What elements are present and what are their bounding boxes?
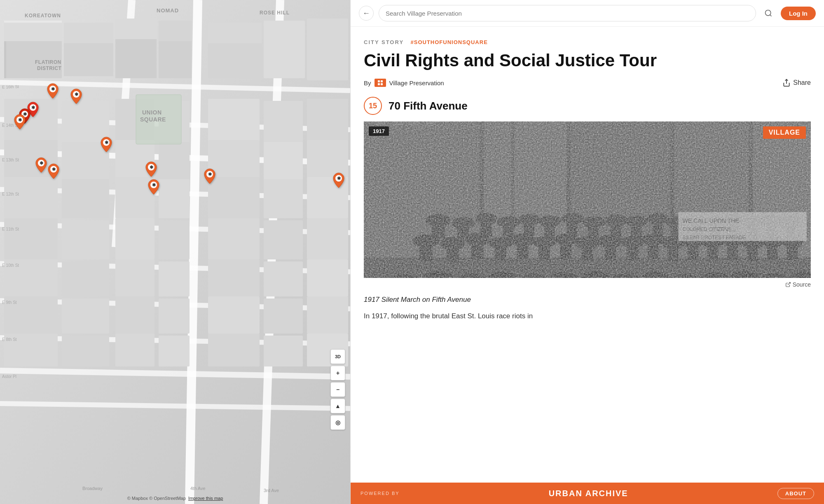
source-link[interactable]: Source: [785, 281, 811, 288]
svg-text:✱: ✱: [40, 161, 44, 166]
svg-rect-17: [115, 99, 154, 148]
svg-rect-7: [264, 21, 305, 78]
improve-map-link[interactable]: Improve this map: [188, 496, 223, 501]
svg-rect-49: [307, 259, 348, 296]
right-panel: ← Log In CITY STORY #SOUTHOFUNIONSQUARE …: [350, 0, 824, 504]
svg-rect-52: [115, 296, 154, 334]
svg-text:✱: ✱: [31, 105, 35, 110]
svg-text:✱: ✱: [337, 176, 341, 181]
svg-rect-30: [62, 179, 109, 218]
svg-rect-47: [208, 259, 260, 296]
svg-text:3rd Ave: 3rd Ave: [264, 488, 279, 493]
svg-rect-42: [307, 218, 348, 259]
svg-rect-14: [208, 43, 262, 78]
svg-text:E 8th St: E 8th St: [2, 337, 17, 342]
svg-text:UNION: UNION: [142, 109, 162, 116]
map-panel[interactable]: KOREATOWN NOMAD ROSE HILL FLATIRON DISTR…: [0, 0, 350, 504]
svg-rect-51: [62, 299, 109, 334]
svg-text:SQUARE: SQUARE: [140, 116, 166, 123]
svg-rect-5: [159, 21, 192, 78]
share-button[interactable]: Share: [782, 79, 811, 87]
svg-text:Astor Pl: Astor Pl: [2, 374, 16, 379]
svg-rect-57: [4, 334, 58, 366]
svg-rect-64: [136, 95, 181, 144]
footer-bar: POWERED BY URBAN ARCHIVE ABOUT: [351, 483, 824, 504]
svg-rect-0: [0, 0, 350, 504]
map-pin-3[interactable]: ✱: [13, 114, 26, 132]
search-input[interactable]: [379, 5, 756, 21]
login-button[interactable]: Log In: [781, 7, 816, 20]
svg-rect-65: [136, 95, 181, 144]
svg-rect-4: [115, 19, 157, 78]
map-pin-8[interactable]: ✱: [100, 136, 113, 154]
map-pin-6[interactable]: ✱: [35, 157, 48, 175]
svg-rect-34: [264, 179, 303, 218]
photo-caption: 1917 Silent March on Fifth Avenue: [364, 296, 811, 304]
about-button[interactable]: ABOUT: [777, 488, 814, 499]
svg-rect-43: [4, 259, 58, 296]
photo-container: WE CALL UPON THE COLORED CITIZENS... SIL…: [364, 121, 811, 278]
svg-rect-20: [264, 101, 303, 148]
powered-by-label: POWERED BY: [360, 491, 400, 496]
svg-text:✱: ✱: [18, 117, 22, 122]
svg-rect-45: [115, 259, 154, 296]
svg-text:✱: ✱: [152, 182, 156, 187]
svg-rect-37: [62, 220, 109, 259]
svg-rect-10: [4, 41, 6, 78]
map-pin-4[interactable]: ✱: [46, 83, 59, 101]
back-button[interactable]: ←: [359, 6, 374, 21]
svg-text:E 13th St: E 13th St: [2, 158, 19, 162]
svg-rect-46: [159, 261, 190, 296]
stop-number: 15: [364, 97, 382, 115]
search-button[interactable]: [761, 6, 776, 21]
map-pin-7[interactable]: ✱: [47, 163, 60, 181]
by-label: By: [364, 79, 371, 86]
svg-rect-2: [4, 21, 62, 23]
map-locate-button[interactable]: ◎: [330, 415, 345, 430]
svg-rect-19: [208, 99, 260, 148]
svg-rect-11: [64, 43, 113, 76]
map-controls: 3D + − ▲ ◎: [330, 349, 345, 430]
svg-rect-55: [264, 299, 303, 334]
by-line: By Village Preservation Sha: [364, 79, 811, 87]
svg-text:E 12th St: E 12th St: [2, 192, 19, 196]
svg-rect-32: [159, 179, 190, 218]
svg-text:NOMAD: NOMAD: [157, 7, 179, 14]
svg-text:E 10th St: E 10th St: [2, 263, 19, 268]
svg-rect-27: [264, 142, 303, 185]
map-pin-5[interactable]: ✱: [70, 88, 83, 106]
svg-text:✱: ✱: [208, 172, 212, 177]
svg-rect-6: [208, 23, 262, 78]
svg-rect-36: [4, 218, 58, 259]
svg-rect-25: [159, 142, 190, 185]
svg-text:E 16th St: E 16th St: [2, 84, 19, 89]
svg-rect-3: [64, 23, 113, 76]
svg-rect-13: [159, 41, 192, 78]
svg-rect-12: [115, 39, 157, 78]
category-row: CITY STORY #SOUTHOFUNIONSQUARE: [364, 38, 811, 46]
header: ← Log In: [351, 0, 824, 27]
svg-rect-59: [115, 334, 154, 366]
map-pin-12[interactable]: ✱: [332, 172, 345, 190]
map-3d-button[interactable]: 3D: [330, 349, 345, 364]
map-pin-9[interactable]: ✱: [145, 161, 158, 179]
svg-rect-1: [4, 21, 62, 78]
category-tag[interactable]: #SOUTHOFUNIONSQUARE: [411, 39, 488, 45]
svg-rect-61: [208, 334, 260, 366]
svg-text:✱: ✱: [105, 140, 109, 145]
org-logo: [375, 79, 386, 87]
source-row: Source: [364, 281, 811, 289]
map-compass-button[interactable]: ▲: [330, 399, 345, 413]
map-pin-11[interactable]: ✱: [203, 168, 216, 186]
map-pin-10[interactable]: ✱: [147, 179, 160, 197]
svg-point-109: [765, 10, 771, 16]
photo-year-badge: 1917: [369, 126, 389, 136]
author-info: By Village Preservation: [364, 79, 444, 87]
map-zoom-out-button[interactable]: −: [330, 382, 345, 397]
org-name: Village Preservation: [389, 79, 444, 86]
svg-rect-48: [264, 261, 303, 296]
svg-rect-53: [159, 299, 190, 334]
stop-row: 15 70 Fifth Avenue: [364, 97, 811, 115]
svg-rect-38: [115, 218, 154, 259]
map-zoom-in-button[interactable]: +: [330, 366, 345, 380]
